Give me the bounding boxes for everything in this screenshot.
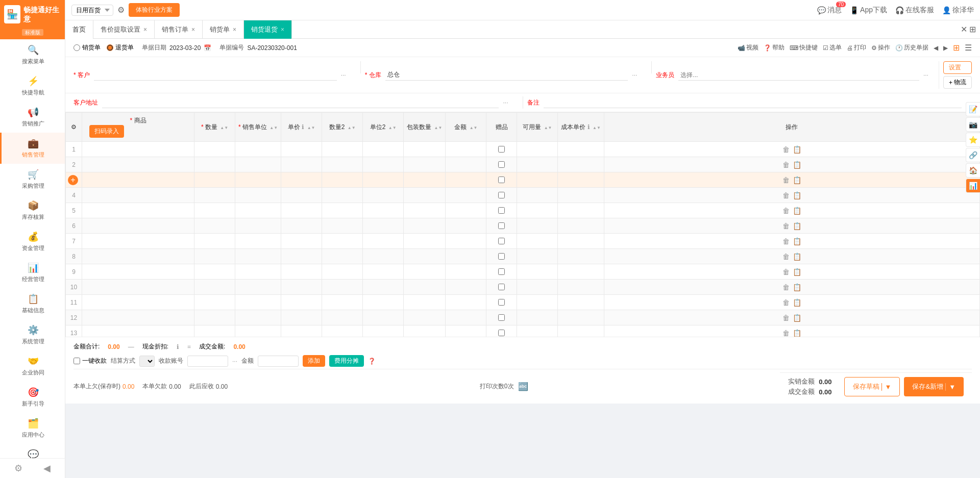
history-btn[interactable]: 🕐 历史单据 (895, 43, 928, 52)
logistics-btn[interactable]: + 物流 (943, 76, 972, 89)
remark-input[interactable] (544, 97, 962, 108)
row-sunit-2[interactable] (235, 157, 281, 172)
sidebar-item-marketing[interactable]: 📢 营销推广 (0, 102, 65, 133)
copy-icon-2[interactable]: 📋 (793, 161, 801, 169)
view-grid-icon[interactable]: ⊞ (953, 43, 960, 53)
sidebar-item-operations[interactable]: 📊 经营管理 (0, 257, 65, 288)
tab-maximize-icon[interactable]: ⊞ (969, 24, 976, 34)
industry-select[interactable]: 日用百货 (71, 5, 113, 16)
copy-icon-3[interactable]: 📋 (793, 176, 801, 184)
scan-btn[interactable]: 扫码录入 (89, 125, 124, 138)
right-edge-note[interactable]: 📝 (966, 102, 980, 116)
sidebar-item-search[interactable]: 🔍 搜索菜单 (0, 39, 65, 70)
radio-sales-return[interactable]: 退货单 (107, 43, 134, 52)
tab-sales-order[interactable]: 销售订单 × (155, 20, 203, 39)
delete-icon-2[interactable]: 🗑 (782, 161, 790, 169)
row-avail-2[interactable] (517, 157, 558, 172)
delete-icon-4[interactable]: 🗑 (782, 191, 790, 199)
sidebar-item-basic[interactable]: 📋 基础信息 (0, 288, 65, 319)
salesperson-select-btn[interactable]: ··· (923, 71, 928, 79)
sort-amount[interactable]: ▲▼ (470, 125, 478, 130)
radio-sales-delivery[interactable]: 销货单 (74, 43, 101, 52)
save-draft-btn[interactable]: 保存草稿 ▼ (844, 377, 900, 396)
chevron-down-icon[interactable]: ▼ (881, 383, 892, 391)
row-avail-1[interactable] (517, 142, 558, 157)
row-cost-2[interactable] (558, 157, 604, 172)
row-packqty-3[interactable] (404, 172, 446, 188)
row-amount-2[interactable] (446, 157, 486, 172)
tab-close-all-icon[interactable]: ✕ (961, 24, 967, 34)
add-row-btn[interactable]: + (68, 175, 78, 185)
row-gift-1[interactable] (486, 142, 517, 157)
right-edge-link[interactable]: 🔗 (966, 148, 980, 162)
salesperson-input[interactable] (678, 70, 919, 81)
row-gift-2[interactable] (486, 157, 517, 172)
next-doc-icon[interactable]: ▶ (943, 44, 948, 52)
row-qty-3[interactable] (194, 172, 235, 188)
settings-bottom-icon[interactable]: ⚙ (14, 463, 22, 474)
row-unit2-2[interactable] (363, 157, 404, 172)
sort-unit[interactable]: ▲▼ (270, 125, 278, 130)
add-row-cell[interactable]: + (66, 172, 82, 188)
th-settings[interactable]: ⚙ (66, 113, 82, 142)
warehouse-input[interactable] (385, 70, 628, 81)
amount-input[interactable] (258, 356, 299, 367)
tab-price-setting[interactable]: 售价提取设置 × (93, 20, 155, 39)
sort-available[interactable]: ▲▼ (544, 125, 552, 130)
trial-btn[interactable]: 体验行业方案 (129, 3, 180, 17)
warehouse-select-btn[interactable]: ··· (632, 71, 637, 79)
sidebar-item-sales[interactable]: 💼 销售管理 (0, 133, 65, 164)
row-product-2[interactable] (82, 157, 194, 172)
right-edge-star[interactable]: ⭐ (966, 133, 980, 147)
row-packqty-2[interactable] (404, 157, 446, 172)
sidebar-item-inventory[interactable]: 📦 库存核算 (0, 195, 65, 226)
settings-btn[interactable]: 设置 (943, 61, 972, 74)
row-unit2-1[interactable] (363, 142, 404, 157)
row-unit2-3[interactable] (363, 172, 404, 188)
delete-icon-1[interactable]: 🗑 (782, 145, 790, 154)
sort-unit2[interactable]: ▲▼ (388, 125, 397, 130)
video-btn[interactable]: 📹 视频 (738, 43, 758, 52)
copy-icon-5[interactable]: 📋 (793, 207, 801, 215)
tab-close-price-setting[interactable]: × (143, 26, 147, 33)
collapse-icon[interactable]: ◀ (43, 463, 51, 474)
row-qty-1[interactable] (194, 142, 235, 157)
settlement-select[interactable] (139, 356, 155, 367)
row-price-1[interactable] (281, 142, 322, 157)
address-select-btn[interactable]: ··· (503, 99, 508, 106)
message-btn[interactable]: 💬 消息 70 (817, 6, 842, 15)
row-sunit-3[interactable] (235, 172, 281, 188)
tab-close-sales-order[interactable]: × (191, 26, 195, 33)
add-payment-btn[interactable]: 添加 (303, 355, 325, 367)
customer-select-btn[interactable]: ··· (341, 71, 346, 79)
shortcut-btn[interactable]: ⌨ 快捷键 (790, 43, 818, 52)
sidebar-item-purchase[interactable]: 🛒 采购管理 (0, 164, 65, 195)
sidebar-item-newbie[interactable]: 🎯 新手引导 (0, 382, 65, 413)
tab-sales-delivery[interactable]: 销货单 × (203, 20, 244, 39)
sort-price[interactable]: ▲▼ (307, 125, 315, 130)
account-input[interactable] (187, 356, 228, 367)
row-cost-3[interactable] (558, 172, 604, 188)
row-cost-1[interactable] (558, 142, 604, 157)
delete-icon-3[interactable]: 🗑 (782, 176, 790, 184)
row-product-3[interactable] (82, 172, 194, 188)
delete-icon-5[interactable]: 🗑 (782, 207, 790, 215)
row-price-2[interactable] (281, 157, 322, 172)
app-download-btn[interactable]: 📱 App下载 (850, 6, 887, 15)
row-amount-3[interactable] (446, 172, 486, 188)
row-qty2-1[interactable] (322, 142, 363, 157)
split-help-icon[interactable]: ❓ (368, 358, 376, 365)
copy-icon-1[interactable]: 📋 (793, 145, 801, 154)
right-edge-photo[interactable]: 📷 (966, 117, 980, 132)
topbar-gear-icon[interactable]: ⚙ (117, 5, 125, 15)
row-product-1[interactable] (82, 142, 194, 157)
row-gift-3[interactable] (486, 172, 517, 188)
tab-sales-return[interactable]: 销货退货 × (244, 20, 292, 39)
account-select-btn[interactable]: ··· (232, 358, 237, 365)
save-new-btn[interactable]: 保存&新增 ▼ (904, 377, 964, 396)
sort-qty[interactable]: ▲▼ (220, 125, 228, 130)
sidebar-item-system[interactable]: ⚙️ 系统管理 (0, 319, 65, 350)
one-click-checkbox[interactable]: 一键收款 (74, 357, 107, 365)
sidebar-item-appstore[interactable]: 🗂️ 应用中心 (0, 413, 65, 444)
row-qty-2[interactable] (194, 157, 235, 172)
